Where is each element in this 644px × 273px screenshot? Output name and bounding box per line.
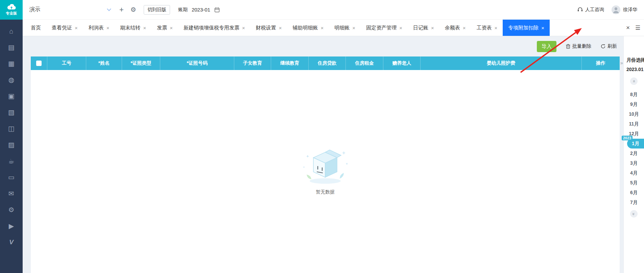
tab-label: 固定资产管理	[366, 25, 397, 31]
headset-icon	[577, 7, 583, 12]
tab-label: 日记账	[413, 25, 428, 31]
tab-bar-right: × ☰	[626, 20, 644, 36]
month-5月[interactable]: 5月	[624, 178, 644, 188]
tab-menu-icon[interactable]: ☰	[635, 24, 644, 31]
salary-icon[interactable]: ◫	[0, 120, 23, 137]
add-button[interactable]: +	[119, 6, 124, 14]
avatar[interactable]	[612, 5, 620, 14]
tab-工资表[interactable]: 工资表×	[471, 20, 503, 36]
month-7月[interactable]: 7月	[624, 198, 644, 207]
mobile-icon[interactable]: ▭	[0, 169, 23, 185]
tab-固定资产管理[interactable]: 固定资产管理×	[361, 20, 408, 36]
empty-box-illustration	[300, 146, 351, 185]
month-3月[interactable]: 3月	[624, 158, 644, 168]
panel-collapse-icon[interactable]: »	[620, 60, 623, 66]
refresh-button[interactable]: 刷新	[601, 43, 617, 49]
voucher-icon[interactable]: ▤	[0, 39, 23, 55]
tax-icon[interactable]: ☕	[0, 153, 23, 169]
month-label: 6月	[630, 190, 638, 196]
column-header: 工号	[47, 56, 86, 70]
tab-首页[interactable]: 首页	[25, 20, 46, 36]
tab-close-icon[interactable]: ×	[75, 25, 78, 31]
column-header: 婴幼儿照护费	[421, 56, 582, 70]
video-icon[interactable]: ▶	[0, 218, 23, 234]
tab-close-icon[interactable]: ×	[494, 25, 497, 31]
support-button[interactable]: 人工咨询	[577, 7, 604, 13]
tab-label: 新建销项增值税专用发票	[184, 25, 239, 31]
month-label: 10月	[629, 111, 639, 117]
fixed-assets-icon[interactable]: ▨	[0, 137, 23, 153]
sidebar: 专业版 ⌂▤▦◍▣▧◫▨☕▭✉⚙▶V	[0, 0, 23, 273]
close-all-tabs-icon[interactable]: ×	[626, 24, 630, 31]
tab-close-icon[interactable]: ×	[321, 25, 324, 31]
tab-close-icon[interactable]: ×	[399, 25, 402, 31]
month-10月[interactable]: 10月	[624, 109, 644, 119]
tab-label: 发票	[157, 25, 167, 31]
tab-bar-tabs: 首页查看凭证×利润表×期末结转×发票×新建销项增值税专用发票×财税设置×辅助明细…	[23, 20, 550, 36]
tab-余额表[interactable]: 余额表×	[439, 20, 471, 36]
tab-close-icon[interactable]: ×	[463, 25, 466, 31]
tab-label: 查看凭证	[52, 25, 72, 31]
tab-label: 专项附加扣除	[508, 25, 539, 31]
batch-delete-button[interactable]: 批量删除	[566, 43, 591, 49]
select-all-cell	[31, 56, 47, 70]
brand-v-icon[interactable]: V	[0, 234, 23, 250]
scroll-up-button[interactable]: »	[630, 77, 638, 85]
import-button[interactable]: 导入	[537, 41, 556, 52]
topbar: 演示 + ⚙ 切到旧版 账期 2023-01 人工咨询 徐	[23, 0, 644, 20]
tab-close-icon[interactable]: ×	[170, 25, 173, 31]
month-label: 5月	[630, 180, 638, 186]
switch-old-version-button[interactable]: 切到旧版	[144, 5, 170, 15]
month-2月[interactable]: 2月	[624, 149, 644, 158]
month-4月[interactable]: 4月	[624, 168, 644, 178]
tab-close-icon[interactable]: ×	[352, 25, 355, 31]
tab-label: 工资表	[476, 25, 492, 31]
month-6月[interactable]: 6月	[624, 188, 644, 198]
funds-icon[interactable]: ◍	[0, 72, 23, 88]
tab-辅助明细账[interactable]: 辅助明细账×	[287, 20, 329, 36]
month-8月[interactable]: 8月	[624, 90, 644, 99]
month-9月[interactable]: 9月	[624, 99, 644, 109]
select-all-checkbox[interactable]	[36, 61, 42, 66]
tab-close-icon[interactable]: ×	[143, 25, 146, 31]
month-1月[interactable]: 20231月	[627, 139, 644, 149]
tab-财税设置[interactable]: 财税设置×	[251, 20, 287, 36]
column-header: 操作	[582, 56, 620, 70]
tab-close-icon[interactable]: ×	[541, 25, 544, 31]
tab-利润表[interactable]: 利润表×	[83, 20, 115, 36]
period-value[interactable]: 2023-01	[192, 7, 210, 13]
settings-gear-icon[interactable]: ⚙	[130, 6, 136, 13]
tab-close-icon[interactable]: ×	[242, 25, 245, 31]
tab-发票[interactable]: 发票×	[151, 20, 178, 36]
toolbar: 导入 批量删除 刷新	[31, 40, 617, 53]
tab-close-icon[interactable]: ×	[279, 25, 282, 31]
tab-bar: 首页查看凭证×利润表×期末结转×发票×新建销项增值税专用发票×财税设置×辅助明细…	[23, 20, 644, 36]
tab-close-icon[interactable]: ×	[106, 25, 110, 31]
invoice-icon[interactable]: ▧	[0, 104, 23, 120]
empty-state-text: 暂无数据	[316, 189, 335, 195]
tab-专项附加扣除[interactable]: 专项附加扣除×	[503, 20, 550, 36]
tab-查看凭证[interactable]: 查看凭证×	[46, 20, 83, 36]
month-panel-title: 月份选择	[626, 57, 644, 63]
month-label: 8月	[630, 92, 638, 98]
column-header: *证照号码	[160, 56, 234, 70]
month-label: 7月	[630, 200, 638, 206]
month-label: 2月	[630, 151, 638, 157]
tab-期末结转[interactable]: 期末结转×	[115, 20, 152, 36]
tab-日记账[interactable]: 日记账×	[408, 20, 439, 36]
reports-icon[interactable]: ▦	[0, 55, 23, 72]
scroll-down-button[interactable]: »	[630, 210, 638, 218]
tab-label: 首页	[31, 25, 41, 31]
inbox-icon[interactable]: ✉	[0, 185, 23, 202]
month-11月[interactable]: 11月	[624, 119, 644, 129]
company-name: 演示	[29, 6, 40, 13]
inventory-icon[interactable]: ▣	[0, 88, 23, 104]
calendar-icon[interactable]	[214, 7, 220, 13]
home-icon[interactable]: ⌂	[0, 23, 23, 39]
settings-icon[interactable]: ⚙	[0, 202, 23, 218]
tab-close-icon[interactable]: ×	[431, 25, 434, 31]
company-selector[interactable]: 演示	[29, 6, 111, 13]
tab-明细账[interactable]: 明细账×	[329, 20, 361, 36]
tab-新建销项增值税专用发票[interactable]: 新建销项增值税专用发票×	[178, 20, 251, 36]
table-header-row: 工号*姓名*证照类型*证照号码子女教育继续教育住房贷款住房租金赡养老人婴幼儿照护…	[31, 56, 620, 70]
